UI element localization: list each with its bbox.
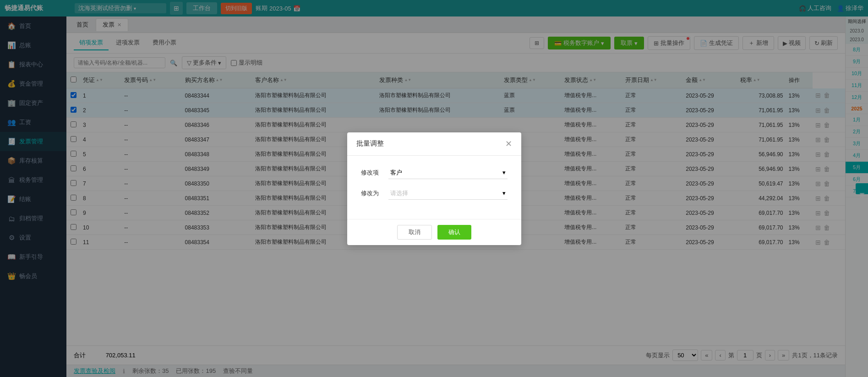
modify-field-dropdown-icon: ▾ [502,169,506,176]
modal-overlay: 批量调整 ✕ 修改项 客户 ▾ 修改为 请选择 ▾ 取消 确认 [0,0,868,377]
modal-close-btn[interactable]: ✕ [505,139,512,149]
modify-field-row: 修改项 客户 ▾ [361,167,508,179]
modify-to-label: 修改为 [361,189,388,197]
modify-to-row: 修改为 请选择 ▾ [361,187,508,200]
modal-title: 批量调整 [356,139,384,148]
batch-adjust-modal: 批量调整 ✕ 修改项 客户 ▾ 修改为 请选择 ▾ 取消 确认 [347,132,521,245]
modal-confirm-btn[interactable]: 确认 [437,225,471,240]
modify-to-placeholder: 请选择 [390,189,408,197]
modify-field-select[interactable]: 客户 ▾ [388,167,508,179]
modify-to-select[interactable]: 请选择 ▾ [388,187,508,200]
modal-cancel-btn[interactable]: 取消 [397,225,432,240]
modify-field-value: 客户 [390,169,402,177]
modify-field-label: 修改项 [361,169,388,177]
modal-footer: 取消 确认 [347,219,521,245]
modify-to-dropdown-icon: ▾ [502,190,506,197]
modal-body: 修改项 客户 ▾ 修改为 请选择 ▾ [347,156,521,219]
modal-header: 批量调整 ✕ [347,132,521,156]
